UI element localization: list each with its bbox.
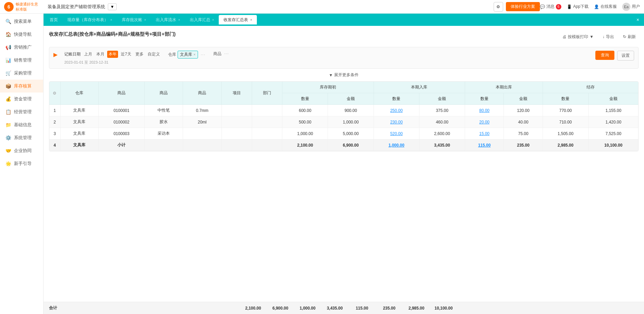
row1-in-qty[interactable]: 250.00: [374, 105, 419, 116]
row2-warehouse: 文具库: [60, 116, 99, 128]
date-btn-more[interactable]: 更多: [134, 51, 145, 58]
sidebar-label-new-guide: 新手引导: [14, 161, 32, 167]
sidebar-label-system: 系统管理: [14, 135, 32, 141]
th-opening-qty: 数量: [282, 93, 328, 105]
date-buttons: 上月 本月 本年 近7天 更多 自定义: [83, 51, 161, 58]
table-settings-icon[interactable]: ⚙: [53, 91, 56, 96]
tab-in-out-flow[interactable]: 出入库流水 ×: [151, 15, 185, 24]
export-btn[interactable]: ↓ 导出: [600, 33, 617, 41]
filter-collapse-btn[interactable]: ▶: [53, 51, 57, 58]
page-title: 收发存汇总表(按仓库+商品编码+商品+规格型号+项目+部门): [49, 31, 176, 37]
date-btn-7days[interactable]: 近7天: [119, 51, 133, 58]
row3-in-qty[interactable]: 520.00: [374, 128, 419, 139]
row3-name: 采访本: [144, 128, 183, 139]
date-btn-custom[interactable]: 自定义: [146, 51, 161, 58]
row2-bal-qty: 710.00: [543, 116, 588, 128]
tab-stock-dist-close[interactable]: ×: [110, 18, 112, 22]
sidebar-item-sales[interactable]: 📊 销售管理: [0, 54, 43, 67]
setting-button[interactable]: 设置: [617, 51, 634, 61]
print-btn[interactable]: 🖨 按模板打印 ▼: [560, 33, 596, 41]
th-project: 项目: [221, 82, 252, 105]
row3-out-qty[interactable]: 15.00: [465, 128, 504, 139]
system-dropdown[interactable]: ▼: [108, 3, 117, 10]
date-btn-this-year[interactable]: 本年: [107, 51, 118, 58]
tab-bar-close[interactable]: ×: [633, 17, 643, 22]
footer-open-amt: 6,900.00: [267, 306, 294, 311]
message-item[interactable]: 💬 消息 6: [540, 4, 561, 10]
app-download-item[interactable]: 📱 App下载: [567, 4, 589, 10]
sidebar-item-new-guide[interactable]: 🌟 新手引导: [0, 157, 43, 170]
sales-icon: 📊: [5, 57, 11, 63]
sidebar-item-system[interactable]: ⚙️ 系统管理: [0, 131, 43, 144]
subtotal-out-qty[interactable]: 115.00: [465, 139, 504, 151]
sidebar-item-marketing[interactable]: 📢 营销推广: [0, 41, 43, 54]
logo-icon: 6: [4, 2, 14, 12]
warehouse-filter-dots[interactable]: ···: [199, 52, 207, 58]
row1-out-amt: 120.00: [504, 105, 543, 116]
row2-open-amt: 1,000.00: [328, 116, 374, 128]
row2-out-qty[interactable]: 20.00: [465, 116, 504, 128]
message-icon: 💬: [540, 4, 545, 9]
tab-home[interactable]: 首页: [45, 15, 63, 24]
row1-bal-amt: 1,155.00: [588, 105, 638, 116]
tab-recv-send-summary-close[interactable]: ×: [250, 18, 252, 22]
home-icon: 🏠: [5, 32, 11, 37]
row3-out-amt: 75.00: [504, 128, 543, 139]
data-table-container: ⚙ 仓库 商品 商品 商品 项目 部门 库存期初 本期入库 本期出库: [49, 81, 639, 151]
date-btn-this-month[interactable]: 本月: [95, 51, 106, 58]
refresh-btn[interactable]: ↻ 刷新: [620, 33, 639, 41]
query-button[interactable]: 查询: [595, 51, 614, 60]
tab-stock-dist[interactable]: 现存量（库存分布表） ×: [63, 15, 117, 24]
online-service-item[interactable]: 👤 在线客服: [594, 4, 617, 10]
sidebar-item-inventory[interactable]: 📦 库存核算: [0, 80, 43, 93]
subtotal-empty3: [221, 139, 252, 151]
subtotal-in-qty[interactable]: 1,000.00: [374, 139, 419, 151]
sidebar-item-operations[interactable]: 📋 经营管理: [0, 105, 43, 118]
row1-out-qty[interactable]: 80.00: [465, 105, 504, 116]
expand-row: ▼ 展开更多条件: [49, 72, 639, 78]
product-filter: 商品 ···: [213, 51, 230, 57]
finance-icon: 💰: [5, 96, 11, 102]
tab-batch-ledger-label: 库存批次账: [122, 17, 142, 23]
tab-in-out-summary[interactable]: 出入库汇总 ×: [185, 15, 219, 24]
tab-batch-ledger-close[interactable]: ×: [144, 18, 146, 22]
sidebar-label-purchase: 采购管理: [14, 70, 32, 76]
export-label: 导出: [606, 34, 614, 40]
tab-batch-ledger[interactable]: 库存批次账 ×: [117, 15, 151, 24]
warehouse-tag-close[interactable]: ×: [194, 53, 196, 56]
refresh-label: 刷新: [628, 34, 636, 40]
th-group-in: 本期入库: [374, 82, 465, 93]
message-badge: 6: [556, 4, 561, 10]
warehouse-tag-name: 文具库: [180, 52, 192, 57]
filter-bar: ▶ 记账日期 上月 本月 本年 近7天 更多 自定义: [49, 47, 639, 69]
sidebar-item-quick-nav[interactable]: 🏠 快捷导航: [0, 28, 43, 41]
sidebar-item-search[interactable]: 🔍 搜索菜单: [0, 15, 43, 28]
th-department: 部门: [252, 82, 282, 105]
user-item[interactable]: Ea 用户: [622, 3, 640, 11]
row2-name: 胶水: [144, 116, 183, 128]
trial-button[interactable]: 体验行业方案: [506, 2, 540, 11]
subtotal-bal-amt: 10,100.00: [588, 139, 638, 151]
product-filter-dots[interactable]: ···: [223, 51, 230, 57]
sidebar-item-finance[interactable]: 💰 资金管理: [0, 93, 43, 105]
date-btn-last-month[interactable]: 上月: [83, 51, 94, 58]
sidebar-item-corp-coop[interactable]: 🤝 企业协同: [0, 144, 43, 157]
tab-in-out-flow-label: 出入库流水: [156, 17, 176, 23]
row1-warehouse: 文具库: [60, 105, 99, 116]
tab-recv-send-summary[interactable]: 收发存汇总表 ×: [219, 15, 257, 24]
tab-in-out-flow-close[interactable]: ×: [178, 18, 180, 22]
expand-conditions-btn[interactable]: ▼ 展开更多条件: [329, 72, 359, 78]
settings-button[interactable]: ⚙: [494, 2, 503, 12]
tab-in-out-summary-close[interactable]: ×: [212, 18, 214, 22]
row3-open-qty: 1,000.00: [282, 128, 328, 139]
sidebar-label-operations: 经营管理: [14, 109, 32, 115]
sidebar-item-purchase[interactable]: 🛒 采购管理: [0, 67, 43, 80]
footer-bal-qty: 2,985.00: [403, 306, 430, 311]
th-group-opening: 库存期初: [282, 82, 374, 93]
th-settings: ⚙: [49, 82, 60, 105]
refresh-icon: ↻: [623, 34, 626, 39]
subtotal-bal-qty: 2,985.00: [543, 139, 588, 151]
row2-in-qty[interactable]: 230.00: [374, 116, 419, 128]
sidebar-item-base-info[interactable]: 📁 基础信息: [0, 118, 43, 131]
th-in-qty: 数量: [374, 93, 419, 105]
